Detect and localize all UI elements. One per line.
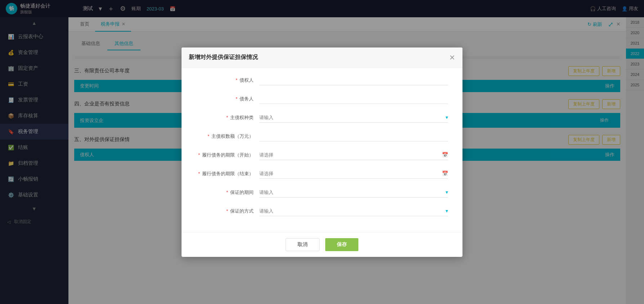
dialog-body: * 债权人 * 债务人 * 主债权种类 <box>182 68 462 232</box>
guarantee-period-input[interactable] <box>259 187 446 197</box>
form-row-period-start: * 履行债务的期限（开始） 📅 <box>196 150 448 160</box>
dialog-overlay: 新增对外提供保证担保情况 ✕ * 债权人 * 债务人 <box>0 0 644 304</box>
creditor-input[interactable] <box>259 75 448 85</box>
cancel-button[interactable]: 取消 <box>286 238 319 251</box>
guarantee-method-select-wrap: ▾ <box>259 206 448 216</box>
period-start-calendar-icon[interactable]: 📅 <box>442 152 448 158</box>
claim-amount-input[interactable] <box>259 131 448 141</box>
guarantee-period-dropdown-icon[interactable]: ▾ <box>446 189 448 195</box>
claim-type-input[interactable] <box>259 113 446 122</box>
debtor-label: * 债务人 <box>196 96 254 102</box>
creditor-label: * 债权人 <box>196 77 254 83</box>
guarantee-period-label: * 保证的期间 <box>196 189 254 196</box>
claim-amount-label: * 主债权数额（万元） <box>196 133 254 140</box>
period-end-required-star: * <box>198 171 200 176</box>
guarantee-period-required-star: * <box>226 190 228 195</box>
claim-type-label: * 主债权种类 <box>196 114 254 121</box>
guarantee-method-required-star: * <box>226 208 228 214</box>
claim-type-select-wrap: ▾ <box>259 113 448 123</box>
period-end-date-wrap: 📅 <box>259 169 448 179</box>
claim-type-dropdown-icon[interactable]: ▾ <box>446 114 448 120</box>
period-end-input[interactable] <box>259 169 442 178</box>
form-row-claim-type: * 主债权种类 ▾ <box>196 113 448 123</box>
period-start-label: * 履行债务的期限（开始） <box>196 152 254 158</box>
guarantee-period-select-wrap: ▾ <box>259 187 448 198</box>
form-row-guarantee-method: * 保证的方式 ▾ <box>196 206 448 216</box>
debtor-input[interactable] <box>259 94 448 104</box>
guarantee-method-input[interactable] <box>259 206 446 216</box>
period-start-date-wrap: 📅 <box>259 150 448 160</box>
dialog-close-btn[interactable]: ✕ <box>449 53 455 62</box>
form-row-claim-amount: * 主债权数额（万元） <box>196 131 448 141</box>
debtor-required-star: * <box>236 96 237 101</box>
guarantee-method-dropdown-icon[interactable]: ▾ <box>446 208 448 214</box>
form-row-guarantee-period: * 保证的期间 ▾ <box>196 187 448 198</box>
claim-type-required-star: * <box>226 115 228 120</box>
claim-amount-required-star: * <box>207 133 209 139</box>
period-end-calendar-icon[interactable]: 📅 <box>442 171 448 176</box>
dialog-footer: 取消 保存 <box>182 232 462 257</box>
dialog: 新增对外提供保证担保情况 ✕ * 债权人 * 债务人 <box>182 47 462 257</box>
guarantee-method-label: * 保证的方式 <box>196 208 254 214</box>
dialog-title: 新增对外提供保证担保情况 <box>189 54 258 61</box>
form-row-period-end: * 履行债务的期限（结束） 📅 <box>196 169 448 179</box>
save-button[interactable]: 保存 <box>325 238 358 251</box>
dialog-header: 新增对外提供保证担保情况 ✕ <box>182 47 462 68</box>
creditor-required-star: * <box>236 77 237 83</box>
period-end-label: * 履行债务的期限（结束） <box>196 171 254 177</box>
period-start-required-star: * <box>198 152 200 158</box>
form-row-debtor: * 债务人 <box>196 94 448 104</box>
form-row-creditor: * 债权人 <box>196 75 448 85</box>
period-start-input[interactable] <box>259 150 442 160</box>
